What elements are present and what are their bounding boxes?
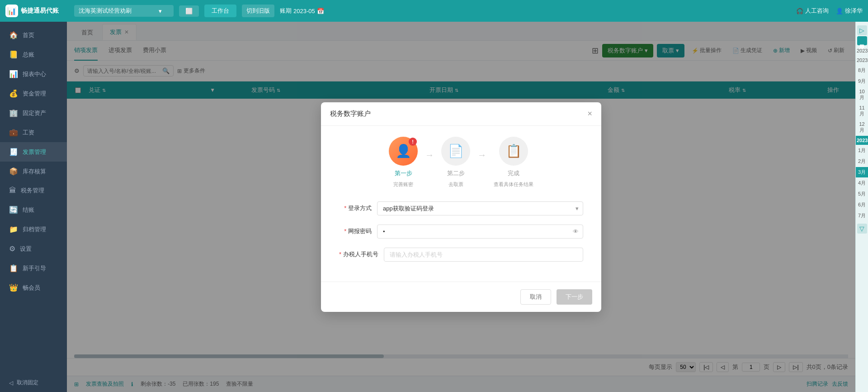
period-item-2[interactable]: 2月 [856, 156, 868, 167]
period-item-4[interactable]: 4月 [856, 178, 868, 188]
eye-icon[interactable]: 👁 [573, 228, 579, 235]
modal-header: 税务数字账户 × [321, 102, 601, 126]
calendar-icon[interactable]: 📅 [317, 8, 324, 14]
step-1-icon: 👤 [396, 143, 411, 158]
next-button[interactable]: 下一步 [557, 289, 592, 305]
vip-icon: 👑 [9, 283, 18, 292]
sidebar-item-settlement[interactable]: 🔄 结账 [0, 200, 67, 220]
collapse-right-panel-button[interactable]: ▷ [857, 25, 867, 35]
modal-title: 税务数字账户 [330, 110, 371, 118]
step-3: 📋 完成 查看具体任务结果 [494, 137, 533, 188]
period-item-2023-03-a[interactable]: 2023.03 [856, 46, 868, 55]
step-arrow-1: → [418, 150, 441, 160]
phone-label: 办税人手机号 [339, 250, 378, 258]
copy-button[interactable]: ⬜ [179, 5, 199, 17]
inventory-icon: 📦 [9, 167, 18, 176]
settlement-icon: 🔄 [9, 206, 18, 214]
switch-version-button[interactable]: 切到旧版 [242, 5, 274, 17]
modal-body: 👤 ! 第一步 完善账密 → 📄 第二步 去取票 → [321, 126, 601, 282]
period-item-5[interactable]: 5月 [856, 189, 868, 199]
app-logo-icon: 📊 [5, 5, 18, 17]
period-value: 2023-05 [293, 8, 315, 14]
period-item-2023-03-b[interactable]: 2023.03 [856, 56, 868, 65]
company-selector[interactable]: 沈海英测试经营劝刷 ▾ [74, 5, 174, 17]
period-item-6[interactable]: 6月 [856, 200, 868, 210]
period-item-12[interactable]: 12月 [856, 120, 868, 135]
step-3-icon: 📋 [506, 143, 522, 158]
steps-bar: 👤 ! 第一步 完善账密 → 📄 第二步 去取票 → [339, 137, 583, 188]
service-label: 人工咨询 [805, 7, 829, 15]
period-item-2023[interactable]: 2023 [856, 136, 868, 145]
settings-icon: ⚙ [9, 244, 15, 253]
sidebar-item-tax[interactable]: 🏛 税务管理 [0, 181, 67, 200]
login-method-select[interactable]: app获取验证码登录 [377, 201, 583, 215]
reports-icon: 📊 [9, 70, 18, 78]
workbench-button[interactable]: 工作台 [204, 5, 236, 17]
sidebar-item-home[interactable]: 🏠 首页 [0, 25, 67, 45]
sidebar-item-inventory[interactable]: 📦 库存核算 [0, 162, 67, 181]
open-date-button[interactable]: 开票日期 [857, 36, 867, 45]
header-right: 🎧 人工咨询 👤 徐泽华 [796, 7, 863, 15]
period-item-3[interactable]: 3月 [856, 167, 868, 177]
sidebar-item-vip[interactable]: 👑 畅会员 [0, 278, 67, 297]
sidebar-item-ledger[interactable]: 📒 总账 [0, 45, 67, 64]
step-1-label: 第一步 [395, 169, 412, 177]
customer-service[interactable]: 🎧 人工咨询 [796, 7, 829, 15]
sidebar-item-salary[interactable]: 💼 工资 [0, 123, 67, 142]
sidebar-label-home: 首页 [23, 31, 34, 39]
period-item-10[interactable]: 10月 [856, 87, 868, 103]
sidebar-label-settlement: 结账 [23, 206, 34, 214]
sidebar-label-salary: 工资 [23, 129, 34, 137]
guide-icon: 📋 [9, 264, 18, 272]
period-item-8[interactable]: 8月 [856, 65, 868, 76]
period-item-7[interactable]: 7月 [856, 210, 868, 221]
sidebar-item-invoice[interactable]: 🧾 发票管理 [0, 142, 67, 162]
phone-input[interactable] [384, 248, 583, 262]
top-header: 📊 畅捷通易代账 沈海英测试经营劝刷 ▾ ⬜ 工作台 切到旧版 账期 2023-… [0, 0, 868, 22]
assets-icon: 🏢 [9, 109, 18, 117]
sidebar-label-archive: 归档管理 [23, 225, 46, 234]
sidebar-item-settings[interactable]: ⚙ 设置 [0, 239, 67, 258]
step-1-desc: 完善账密 [393, 181, 413, 188]
modal-footer: 取消 下一步 [321, 282, 601, 312]
user-name: 徐泽华 [845, 7, 863, 15]
invoice-icon: 🧾 [9, 148, 18, 156]
step-3-label: 完成 [508, 169, 519, 177]
step-2-label: 第二步 [447, 169, 465, 177]
step-2: 📄 第二步 去取票 [441, 137, 470, 188]
step-3-desc: 查看具体任务结果 [494, 181, 533, 188]
cancel-button[interactable]: 取消 [520, 289, 551, 305]
user-info[interactable]: 👤 徐泽华 [836, 7, 863, 15]
archive-icon: 📁 [9, 225, 18, 234]
modal-close-button[interactable]: × [587, 110, 592, 118]
company-name: 沈海英测试经营劝刷 [79, 7, 132, 15]
right-panel: ▷ 开票日期 2023.03 2023.03 8月 9月 10月 11月 12月… [855, 22, 868, 392]
step-2-icon-wrap: 📄 [441, 137, 470, 166]
sidebar: 🏠 首页 📒 总账 📊 报表中心 💰 资金管理 🏢 固定资产 💼 工资 🧾 发票… [0, 22, 67, 392]
step-2-icon: 📄 [448, 143, 464, 158]
sidebar-label-settings: 设置 [20, 245, 32, 253]
sidebar-item-archive[interactable]: 📁 归档管理 [0, 220, 67, 239]
app-logo: 📊 畅捷通易代账 [5, 5, 69, 17]
phone-wrap [384, 248, 583, 262]
period-item-11[interactable]: 11月 [856, 103, 868, 119]
tax-digital-modal: 税务数字账户 × 👤 ! 第一步 完善账密 → [321, 102, 601, 312]
period-item-1[interactable]: 1月 [856, 145, 868, 156]
funds-icon: 💰 [9, 89, 18, 98]
phone-field: 办税人手机号 [339, 248, 583, 262]
sidebar-item-reports[interactable]: 📊 报表中心 [0, 64, 67, 84]
password-input[interactable] [377, 225, 583, 239]
period-item-9[interactable]: 9月 [856, 76, 868, 86]
sidebar-label-invoice: 发票管理 [23, 148, 46, 156]
sidebar-label-vip: 畅会员 [23, 284, 40, 292]
sidebar-bottom-pin[interactable]: ◁ 取消固定 [0, 373, 67, 392]
sidebar-item-funds[interactable]: 💰 资金管理 [0, 84, 67, 103]
login-method-wrap: app获取验证码登录 ▾ [377, 201, 583, 215]
modal-overlay: 税务数字账户 × 👤 ! 第一步 完善账密 → [67, 22, 855, 392]
tax-icon: 🏛 [9, 186, 16, 195]
password-field: 网报密码 👁 [339, 225, 583, 239]
sidebar-item-assets[interactable]: 🏢 固定资产 [0, 103, 67, 123]
expand-more-button[interactable]: ▽ [857, 224, 867, 234]
sidebar-item-guide[interactable]: 📋 新手引导 [0, 258, 67, 278]
step-1-error-badge: ! [409, 138, 417, 146]
